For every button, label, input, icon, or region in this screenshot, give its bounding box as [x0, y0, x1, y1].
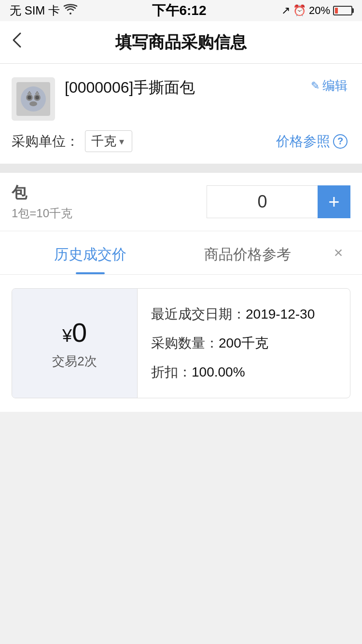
status-bar: 无 SIM 卡 下午6:12 ↗ ⏰ 20%: [0, 0, 362, 21]
history-price: ¥0: [62, 317, 87, 348]
product-edit-button[interactable]: ✎ 编辑: [311, 77, 348, 94]
price-value: 0: [72, 317, 87, 348]
tab-history-price[interactable]: 历史成交价: [12, 231, 169, 274]
quantity-row: 包 1包=10千克 0 +: [0, 173, 362, 231]
product-left: [0000006]手撕面包: [12, 77, 195, 121]
nav-bar: 填写商品采购信息: [0, 21, 362, 64]
tab-close-button[interactable]: ×: [326, 241, 350, 265]
svg-point-4: [35, 96, 39, 99]
wifi-icon: [64, 4, 77, 17]
svg-point-0: [21, 86, 46, 112]
price-ref-label: 价格参照: [276, 132, 330, 151]
tabs-panel: 历史成交价 商品价格参考 × ¥0 交易2次 最近成交日期：2019-12-30: [0, 231, 362, 412]
detail3-value: 100.00%: [192, 364, 245, 379]
svg-point-5: [29, 101, 37, 106]
status-right: ↗ ⏰ 20%: [281, 4, 352, 17]
detail2-value: 200千克: [219, 336, 268, 350]
quantity-label: 包 1包=10千克: [12, 182, 72, 221]
product-header: [0000006]手撕面包 ✎ 编辑: [12, 77, 348, 121]
purchase-unit-row: 采购单位： 千克 价格参照 ?: [12, 130, 348, 152]
battery-pct: 20%: [309, 4, 330, 17]
detail1-value: 2019-12-30: [246, 307, 315, 322]
purchase-unit-label: 采购单位：: [12, 132, 79, 151]
history-card-left: ¥0 交易2次: [12, 289, 138, 398]
quantity-value: 0: [257, 192, 267, 212]
carrier-label: 无 SIM 卡: [10, 3, 60, 18]
quantity-unit-name: 包: [12, 182, 72, 204]
detail1-label: 最近成交日期：: [151, 307, 246, 322]
tabs-header: 历史成交价 商品价格参考 ×: [0, 231, 362, 275]
page-footer: [0, 412, 362, 644]
purchase-unit-left: 采购单位： 千克: [12, 130, 132, 152]
svg-point-3: [28, 96, 31, 99]
product-thumb-inner: [16, 82, 50, 116]
status-left: 无 SIM 卡: [10, 3, 77, 18]
back-button[interactable]: [12, 31, 22, 53]
unit-dropdown[interactable]: 千克: [85, 130, 132, 152]
quantity-plus-button[interactable]: +: [318, 185, 350, 218]
product-thumbnail: [12, 77, 55, 121]
product-name: [0000006]手撕面包: [65, 77, 195, 98]
history-detail-row-1: 最近成交日期：2019-12-30: [151, 304, 336, 324]
product-card: [0000006]手撕面包 ✎ 编辑 采购单位： 千克 价格参照 ?: [0, 64, 362, 164]
history-card-right: 最近成交日期：2019-12-30 采购数量：200千克 折扣：100.00%: [138, 289, 350, 398]
quantity-input[interactable]: 0: [207, 185, 318, 218]
edit-icon: ✎: [311, 80, 320, 92]
battery-icon: [333, 6, 352, 15]
price-ref-button[interactable]: 价格参照 ?: [276, 132, 348, 151]
section-divider: [0, 164, 362, 173]
help-icon[interactable]: ?: [333, 134, 348, 149]
location-icon: ↗: [281, 4, 290, 17]
price-symbol: ¥: [62, 326, 72, 346]
tab-product-price-ref[interactable]: 商品价格参考: [169, 231, 326, 274]
history-detail-row-2: 采购数量：200千克: [151, 333, 336, 353]
history-trades: 交易2次: [52, 353, 97, 370]
status-time: 下午6:12: [152, 1, 206, 20]
history-card: ¥0 交易2次 最近成交日期：2019-12-30 采购数量：200千克 折扣：…: [12, 288, 350, 398]
quantity-input-group: 0 +: [207, 185, 350, 218]
alarm-icon: ⏰: [293, 4, 306, 17]
page-title: 填写商品采购信息: [115, 31, 247, 54]
history-content: ¥0 交易2次 最近成交日期：2019-12-30 采购数量：200千克 折扣：…: [0, 275, 362, 412]
history-detail-row-3: 折扣：100.00%: [151, 362, 336, 382]
detail2-label: 采购数量：: [151, 336, 219, 350]
detail3-label: 折扣：: [151, 364, 192, 379]
quantity-conversion: 1包=10千克: [12, 206, 72, 221]
unit-value: 千克: [91, 133, 116, 150]
edit-label: 编辑: [322, 77, 348, 94]
